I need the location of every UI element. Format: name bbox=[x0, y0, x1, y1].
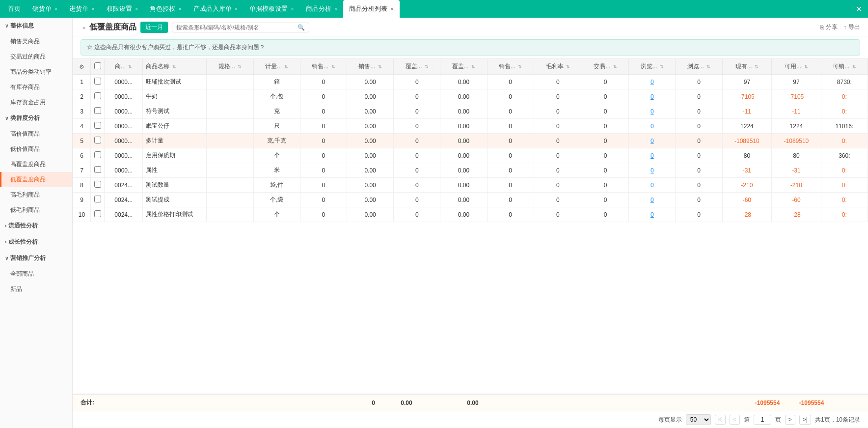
th-name[interactable]: 商品名称 ⇅ bbox=[143, 59, 207, 75]
sidebar-item-in-stock[interactable]: 有库存商品 bbox=[0, 80, 72, 95]
cell-browse1[interactable]: 0 bbox=[629, 163, 676, 178]
cell-checkbox[interactable] bbox=[91, 104, 105, 119]
sidebar-item-high-gross[interactable]: 高毛利商品 bbox=[0, 187, 72, 202]
sidebar-item-low-gross[interactable]: 低毛利商品 bbox=[0, 202, 72, 218]
cell-checkbox[interactable] bbox=[91, 207, 105, 222]
close-tab-role[interactable]: × bbox=[178, 6, 181, 12]
close-window[interactable]: ✕ bbox=[856, 4, 866, 14]
export-action[interactable]: ↑ 导出 bbox=[843, 23, 860, 31]
sidebar-item-low-coverage[interactable]: 低覆盖度商品 bbox=[0, 172, 72, 187]
cell-checkbox[interactable] bbox=[91, 148, 105, 163]
cell-code: 0000... bbox=[105, 148, 143, 163]
row-checkbox[interactable] bbox=[94, 78, 101, 85]
sidebar-section-marketing[interactable]: ∨ 营销推广分析 bbox=[0, 250, 72, 266]
tab-finished-goods[interactable]: 产成品入库单 × bbox=[188, 0, 244, 18]
th-sellable[interactable]: 可销... ⇅ bbox=[821, 59, 868, 75]
th-current-stock[interactable]: 现有... ⇅ bbox=[722, 59, 772, 75]
table-container[interactable]: ⚙ 商... ⇅ 商品名称 ⇅ 规格... ⇅ 计量... ⇅ 销售... ⇅ … bbox=[73, 58, 868, 394]
close-tab-finished[interactable]: × bbox=[235, 6, 238, 12]
row-checkbox[interactable] bbox=[94, 151, 101, 158]
th-browse2[interactable]: 浏览... ⇅ bbox=[676, 59, 722, 75]
th-sales3[interactable]: 销售... ⇅ bbox=[487, 59, 534, 75]
page-size-select[interactable]: 50 10 20 100 bbox=[686, 414, 711, 425]
close-tab-permission[interactable]: × bbox=[135, 6, 138, 12]
share-action[interactable]: ⎘ 分享 bbox=[820, 23, 838, 31]
cell-browse1[interactable]: 0 bbox=[629, 89, 676, 104]
cell-checkbox[interactable] bbox=[91, 75, 105, 89]
th-sales-amount[interactable]: 销售... ⇅ bbox=[347, 59, 393, 75]
cell-browse1[interactable]: 0 bbox=[629, 148, 676, 163]
row-checkbox[interactable] bbox=[94, 122, 101, 129]
sidebar-item-high-value[interactable]: 高价值商品 bbox=[0, 126, 72, 142]
cell-num: 5 bbox=[73, 134, 91, 148]
th-cover2[interactable]: 覆盖... ⇅ bbox=[440, 59, 487, 75]
row-checkbox[interactable] bbox=[94, 166, 101, 173]
tab-template[interactable]: 单据模板设置 × bbox=[244, 0, 299, 18]
th-code[interactable]: 商... ⇅ bbox=[105, 59, 143, 75]
tab-permission[interactable]: 权限设置 × bbox=[101, 0, 144, 18]
row-checkbox[interactable] bbox=[94, 181, 101, 188]
first-page-btn[interactable]: K bbox=[715, 415, 726, 425]
sidebar-item-low-value[interactable]: 低价值商品 bbox=[0, 142, 72, 157]
close-tab-analysis[interactable]: × bbox=[334, 6, 337, 12]
sidebar-item-all-goods[interactable]: 全部商品 bbox=[0, 266, 72, 282]
sidebar-item-stock-capital[interactable]: 库存资金占用 bbox=[0, 95, 72, 110]
sidebar-item-new-goods[interactable]: 新品 bbox=[0, 282, 72, 297]
sidebar-item-sales-goods[interactable]: 销售类商品 bbox=[0, 34, 72, 49]
close-tab-template[interactable]: × bbox=[291, 6, 294, 12]
cell-browse1[interactable]: 0 bbox=[629, 75, 676, 89]
page-input[interactable] bbox=[754, 415, 771, 425]
cell-checkbox[interactable] bbox=[91, 89, 105, 104]
cell-checkbox[interactable] bbox=[91, 163, 105, 178]
th-gross-rate[interactable]: 毛利率 ⇅ bbox=[534, 59, 582, 75]
row-checkbox[interactable] bbox=[94, 210, 101, 217]
close-tab-purchase[interactable]: × bbox=[91, 6, 94, 12]
last-page-btn[interactable]: >| bbox=[799, 415, 811, 425]
tab-goods-analysis[interactable]: 商品分析 × bbox=[300, 0, 343, 18]
cell-browse1[interactable]: 0 bbox=[629, 134, 676, 148]
row-checkbox[interactable] bbox=[94, 137, 101, 143]
th-sales-qty[interactable]: 销售... ⇅ bbox=[300, 59, 347, 75]
th-cover1[interactable]: 覆盖... ⇅ bbox=[394, 59, 440, 75]
cell-browse1[interactable]: 0 bbox=[629, 193, 676, 207]
cell-checkbox[interactable] bbox=[91, 193, 105, 207]
tab-goods-analysis-list[interactable]: 商品分析列表 × bbox=[343, 0, 399, 18]
sidebar-section-cluster[interactable]: ∨ 类群度分析 bbox=[0, 110, 72, 126]
next-page-btn[interactable]: > bbox=[785, 415, 795, 425]
sidebar-section-liquidity[interactable]: › 流通性分析 bbox=[0, 218, 72, 234]
row-checkbox[interactable] bbox=[94, 196, 101, 202]
sidebar-section-growth[interactable]: › 成长性分析 bbox=[0, 234, 72, 250]
tab-sales-order[interactable]: 销货单 × bbox=[27, 0, 63, 18]
th-checkbox[interactable] bbox=[91, 59, 105, 75]
th-spec[interactable]: 规格... ⇅ bbox=[207, 59, 253, 75]
tab-role-auth[interactable]: 角色授权 × bbox=[144, 0, 187, 18]
th-available-stock[interactable]: 可用... ⇅ bbox=[772, 59, 821, 75]
row-checkbox[interactable] bbox=[94, 92, 101, 99]
prev-page-btn[interactable]: < bbox=[730, 415, 740, 425]
collapse-sidebar-icon[interactable]: « bbox=[82, 25, 85, 30]
sidebar-item-high-coverage[interactable]: 高覆盖度商品 bbox=[0, 157, 72, 172]
th-unit[interactable]: 计量... ⇅ bbox=[253, 59, 300, 75]
cell-browse1[interactable]: 0 bbox=[629, 119, 676, 134]
th-trade[interactable]: 交易... ⇅ bbox=[582, 59, 629, 75]
cell-browse1[interactable]: 0 bbox=[629, 207, 676, 222]
sidebar-item-category-rate[interactable]: 商品分类动销率 bbox=[0, 64, 72, 80]
row-checkbox[interactable] bbox=[94, 107, 101, 114]
cell-browse1[interactable]: 0 bbox=[629, 104, 676, 119]
select-all-checkbox[interactable] bbox=[94, 62, 101, 69]
th-settings[interactable]: ⚙ bbox=[73, 59, 91, 75]
cell-browse1[interactable]: 0 bbox=[629, 178, 676, 193]
th-browse1[interactable]: 浏览... ⇅ bbox=[629, 59, 676, 75]
sidebar-item-traded-goods[interactable]: 交易过的商品 bbox=[0, 49, 72, 64]
tab-home[interactable]: 首页 bbox=[2, 0, 27, 18]
cell-checkbox[interactable] bbox=[91, 178, 105, 193]
cell-checkbox[interactable] bbox=[91, 134, 105, 148]
sidebar-section-overall[interactable]: ∨ 整体信息 bbox=[0, 18, 72, 34]
close-tab-analysis-list[interactable]: × bbox=[390, 6, 393, 12]
filter-recent-month[interactable]: 近一月 bbox=[140, 22, 168, 33]
search-icon[interactable]: 🔍 bbox=[298, 24, 305, 31]
cell-checkbox[interactable] bbox=[91, 119, 105, 134]
search-input[interactable] bbox=[176, 24, 298, 31]
tab-purchase[interactable]: 进货单 × bbox=[63, 0, 100, 18]
close-tab-sales[interactable]: × bbox=[54, 6, 57, 12]
